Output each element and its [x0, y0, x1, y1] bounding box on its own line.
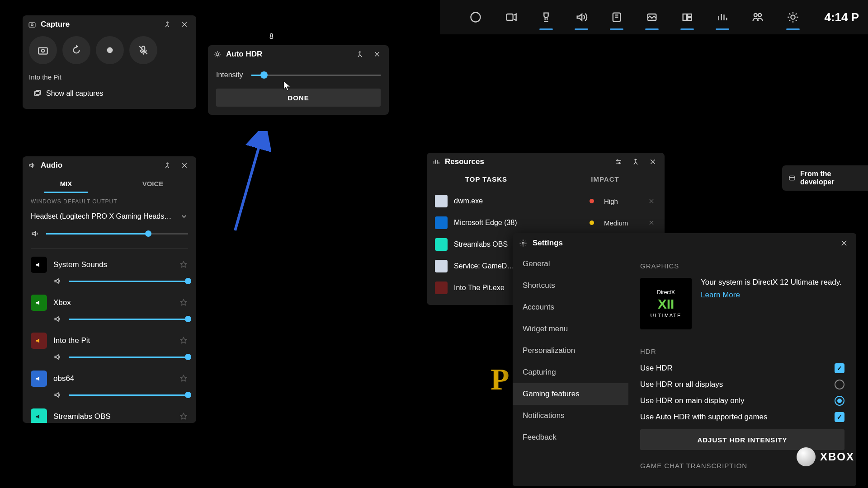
svg-rect-12 [38, 48, 47, 54]
favorite-button[interactable] [179, 374, 188, 383]
process-name: dwm.exe [454, 197, 583, 205]
settings-nav-item[interactable]: Accounts [513, 296, 628, 318]
resources-title: Resources [445, 157, 608, 166]
clock: 4:14 P [824, 10, 859, 24]
use-auto-hdr-checkbox[interactable] [835, 412, 844, 422]
settings-nav-item[interactable]: Personalization [513, 340, 628, 361]
xbox-sphere-icon [797, 447, 816, 466]
svg-rect-5 [688, 14, 692, 17]
settings-nav-item[interactable]: Feedback [513, 427, 628, 448]
learn-more-link[interactable]: Learn More [701, 291, 740, 300]
settings-button[interactable] [612, 155, 625, 168]
favorite-button[interactable] [179, 260, 188, 269]
topbar-widgets-icon[interactable] [670, 0, 705, 34]
kill-process-button[interactable] [646, 196, 656, 206]
settings-nav-item[interactable]: Notifications [513, 405, 628, 427]
mic-mute-button[interactable] [129, 36, 157, 64]
output-device-text: Headset (Logitech PRO X Gaming Heads… [31, 212, 180, 221]
volume-icon[interactable] [31, 229, 40, 238]
app-volume-icon[interactable] [53, 352, 62, 361]
app-volume-icon[interactable] [53, 390, 62, 399]
use-hdr-all-radio[interactable] [835, 380, 844, 389]
resource-row[interactable]: dwm.exe High [430, 190, 661, 212]
game-bar-topbar: 4:14 P [440, 0, 868, 34]
app-icon [31, 408, 47, 423]
annotation-arrow-1 [231, 131, 271, 235]
app-volume-slider[interactable] [69, 357, 188, 358]
topbar-audio-icon[interactable] [564, 0, 599, 34]
process-name: Microsoft Edge (38) [454, 219, 583, 227]
favorite-button[interactable] [179, 412, 188, 421]
from-developer-title: From the developer [800, 170, 866, 186]
record-last-button[interactable] [62, 36, 90, 64]
impact-dot [590, 199, 594, 203]
pin-button[interactable] [354, 48, 366, 61]
gear-icon [519, 239, 527, 247]
show-all-captures-link[interactable]: Show all captures [29, 84, 190, 103]
app-volume-icon[interactable] [53, 277, 62, 286]
use-hdr-main-label: Use HDR on main display only [640, 396, 745, 405]
app-volume-slider[interactable] [69, 319, 188, 320]
svg-point-18 [216, 53, 219, 56]
topbar-brightness-icon[interactable] [775, 0, 811, 34]
close-button[interactable] [371, 48, 383, 61]
topbar-gallery-icon[interactable] [634, 0, 670, 34]
process-icon [435, 282, 448, 294]
topbar-performance-icon[interactable] [599, 0, 634, 34]
close-button[interactable] [178, 159, 191, 172]
audio-widget: Audio MIX VOICE WINDOWS DEFAULT OUTPUT H… [23, 156, 196, 423]
app-icon [31, 257, 47, 273]
use-hdr-checkbox[interactable] [835, 363, 844, 373]
resource-row[interactable]: Microsoft Edge (38) Medium [430, 212, 661, 234]
pin-button[interactable] [161, 159, 174, 172]
settings-nav-item[interactable]: Gaming features [513, 383, 628, 405]
topbar-resources-icon[interactable] [705, 0, 740, 34]
app-volume-slider[interactable] [69, 394, 188, 396]
svg-point-9 [791, 15, 795, 19]
auto-hdr-widget: Auto HDR 8 Intensity DONE [208, 45, 389, 115]
impact-dot [590, 221, 594, 225]
record-button[interactable] [96, 36, 124, 64]
screenshot-button[interactable] [29, 36, 57, 64]
intensity-slider[interactable] [251, 70, 381, 80]
settings-nav-item[interactable]: Widget menu [513, 318, 628, 340]
app-name: System Sounds [53, 260, 173, 269]
tab-mix[interactable]: MIX [23, 174, 109, 193]
tab-impact[interactable]: IMPACT [546, 171, 665, 188]
done-button[interactable]: DONE [216, 89, 381, 107]
pin-button[interactable] [161, 18, 174, 31]
app-volume-slider[interactable] [69, 281, 188, 282]
audio-tabs: MIX VOICE [23, 174, 196, 193]
close-button[interactable] [646, 155, 659, 168]
use-hdr-main-radio[interactable] [835, 396, 844, 406]
topbar-xbox-icon[interactable] [458, 0, 493, 34]
graphics-heading: GRAPHICS [640, 262, 844, 270]
close-button[interactable] [178, 18, 191, 31]
svg-point-14 [108, 48, 113, 53]
settings-nav-item[interactable]: General [513, 253, 628, 275]
settings-nav-item[interactable]: Capturing [513, 361, 628, 383]
pin-button[interactable] [629, 155, 642, 168]
tab-voice[interactable]: VOICE [109, 174, 196, 193]
brightness-icon [213, 50, 222, 58]
favorite-button[interactable] [179, 336, 188, 345]
topbar-broadcast-icon[interactable] [493, 0, 528, 34]
kill-process-button[interactable] [646, 218, 656, 228]
camera-icon [28, 20, 36, 28]
capture-title: Capture [41, 20, 156, 29]
topbar-achievements-icon[interactable] [528, 0, 564, 34]
intensity-label: Intensity [216, 71, 243, 79]
close-button[interactable] [838, 237, 850, 249]
tab-top-tasks[interactable]: TOP TASKS [427, 171, 546, 188]
favorite-button[interactable] [179, 298, 188, 307]
topbar-social-icon[interactable] [740, 0, 775, 34]
output-device-dropdown[interactable]: Headset (Logitech PRO X Gaming Heads… [31, 208, 188, 225]
master-volume-slider[interactable] [46, 233, 188, 235]
use-hdr-all-label: Use HDR on all displays [640, 380, 723, 389]
app-volume-icon[interactable] [53, 314, 62, 324]
badge-top: DirectX [657, 289, 675, 296]
settings-nav-item[interactable]: Shortcuts [513, 275, 628, 296]
svg-point-13 [42, 49, 45, 52]
badge-bot: ULTIMATE [651, 313, 682, 318]
capture-widget: Capture Into the Pit Show all captures [23, 15, 196, 109]
